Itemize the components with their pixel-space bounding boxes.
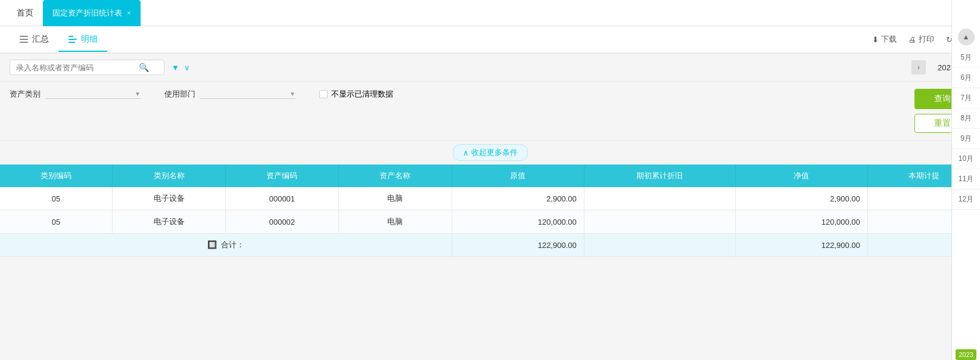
table-wrap: 类别编码 类别名称 资产编码 资产名称 原值 期初累计折旧 净值 本期计提 05… [0, 165, 980, 360]
cell-asset-name: 电脑 [338, 187, 452, 210]
cell-asset-name: 电脑 [338, 210, 452, 234]
right-sidebar: ▲ 5月 6月 7月 8月 9月 10月 11月 12月 2023 [951, 0, 980, 360]
col-category-code: 类别编码 [0, 165, 113, 187]
collapse-row: ∧ 收起更多条件 [0, 141, 980, 165]
cell-category-name: 电子设备 [113, 187, 226, 210]
search-input[interactable] [16, 63, 135, 72]
col-asset-code: 资产编码 [225, 165, 338, 187]
collapse-icon: ∧ [463, 148, 469, 157]
asset-category-label: 资产类别 [10, 89, 41, 100]
tab-detail[interactable]: 明细 [58, 28, 107, 52]
filter-icon: ▼ [172, 63, 179, 72]
hide-cleared-checkbox[interactable]: 不显示已清理数据 [319, 89, 393, 100]
nav-home[interactable]: 首页 [10, 8, 41, 18]
tab-label: 固定资产折旧统计表 [52, 8, 122, 18]
search-input-wrap: 🔍 [10, 60, 164, 75]
total-net-value: 122,900.00 [735, 234, 867, 257]
total-icon: 🔲 [207, 240, 217, 249]
cell-accumulated [584, 210, 735, 234]
month-7[interactable]: 7月 [952, 88, 980, 108]
col-original-value: 原值 [452, 165, 584, 187]
total-original-value: 122,900.00 [452, 234, 584, 257]
scroll-up-button[interactable]: ▲ [958, 29, 975, 45]
print-icon: 🖨 [909, 35, 916, 44]
department-label: 使用部门 [164, 89, 195, 100]
cell-original-value: 120,000.00 [452, 210, 584, 234]
department-select[interactable]: ▼ [200, 89, 295, 99]
month-6[interactable]: 6月 [952, 68, 980, 88]
table-header-row: 类别编码 类别名称 资产编码 资产名称 原值 期初累计折旧 净值 本期计提 [0, 165, 980, 187]
cell-accumulated [584, 187, 735, 210]
hide-cleared-label: 不显示已清理数据 [331, 89, 393, 100]
asset-category-select[interactable]: ▼ [45, 89, 141, 99]
chevron-down-icon: ∨ [184, 63, 190, 72]
data-table: 类别编码 类别名称 资产编码 资产名称 原值 期初累计折旧 净值 本期计提 05… [0, 165, 980, 257]
svg-rect-0 [20, 36, 28, 37]
tab-close-button[interactable]: × [127, 9, 131, 17]
cell-original-value: 2,900.00 [452, 187, 584, 210]
month-10[interactable]: 10月 [952, 149, 980, 169]
year-badge[interactable]: 2023 [956, 349, 976, 360]
cell-asset-code: 000001 [225, 187, 338, 210]
expand-button[interactable]: › [911, 60, 926, 75]
table-row: 05 电子设备 000001 电脑 2,900.00 2,900.00 [0, 187, 980, 210]
total-label: 合计： [221, 240, 244, 249]
col-category-name: 类别名称 [113, 165, 226, 187]
more-conditions-button[interactable]: ▼ ∨ [172, 63, 190, 72]
cell-category-code: 05 [0, 187, 113, 210]
nav-tab-active[interactable]: 固定资产折旧统计表 × [43, 0, 141, 26]
month-11[interactable]: 11月 [952, 169, 980, 190]
sub-tabs: 汇总 明细 ⬇ 下载 🖨 打印 ↻ 刷新 [0, 26, 980, 54]
svg-rect-4 [69, 39, 77, 40]
detail-icon [68, 35, 77, 44]
collapse-button[interactable]: ∧ 收起更多条件 [453, 144, 528, 161]
print-button[interactable]: 🖨 打印 [909, 34, 934, 45]
search-icon: 🔍 [139, 63, 149, 72]
svg-rect-1 [20, 39, 28, 40]
department-filter: 使用部门 ▼ [164, 89, 295, 100]
svg-rect-5 [69, 42, 75, 43]
checkbox-box [319, 90, 328, 98]
cell-category-code: 05 [0, 210, 113, 234]
table-row: 05 电子设备 000002 电脑 120,000.00 120,000.00 [0, 210, 980, 234]
department-arrow: ▼ [290, 91, 295, 97]
total-label-cell: 🔲 合计： [0, 234, 452, 257]
month-12[interactable]: 12月 [952, 190, 980, 210]
asset-category-arrow: ▼ [135, 91, 141, 97]
detail-label: 明细 [81, 34, 98, 45]
cell-asset-code: 000002 [225, 210, 338, 234]
total-row: 🔲 合计： 122,900.00 122,900.00 [0, 234, 980, 257]
month-9[interactable]: 9月 [952, 129, 980, 149]
cell-net-value: 2,900.00 [735, 187, 867, 210]
filter-area: 资产类别 ▼ 使用部门 ▼ 不显示已清理数据 查询 重置 [0, 82, 980, 141]
svg-rect-2 [20, 42, 28, 43]
download-button[interactable]: ⬇ 下载 [872, 34, 897, 45]
download-icon: ⬇ [872, 35, 879, 44]
cell-category-name: 电子设备 [113, 210, 226, 234]
summary-label: 汇总 [32, 34, 49, 45]
summary-icon [19, 35, 29, 44]
month-5[interactable]: 5月 [952, 48, 980, 68]
svg-rect-3 [69, 36, 73, 37]
month-8[interactable]: 8月 [952, 108, 980, 129]
asset-category-filter: 资产类别 ▼ [10, 89, 141, 100]
col-accumulated-depreciation: 期初累计折旧 [584, 165, 735, 187]
tab-summary[interactable]: 汇总 [10, 28, 58, 52]
col-net-value: 净值 [735, 165, 867, 187]
col-asset-name: 资产名称 [338, 165, 452, 187]
search-bar: 🔍 ▼ ∨ › 2023.01 [0, 54, 980, 82]
cell-net-value: 120,000.00 [735, 210, 867, 234]
total-accumulated [584, 234, 735, 257]
top-nav: 首页 固定资产折旧统计表 × ✕ [0, 0, 980, 26]
